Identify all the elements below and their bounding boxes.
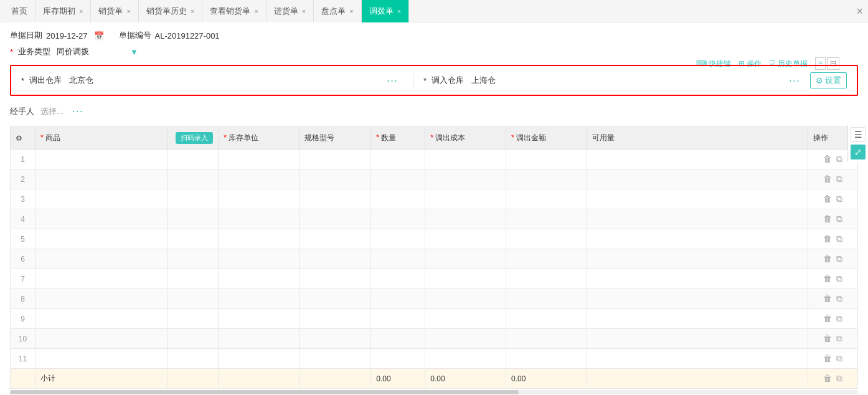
cost-cell-10[interactable]: [425, 329, 506, 349]
delete-icon-6[interactable]: 🗑: [823, 254, 832, 264]
tab-sales-order-close[interactable]: ×: [126, 7, 130, 15]
qty-cell-3[interactable]: [371, 189, 425, 209]
qty-cell-4[interactable]: [371, 209, 425, 229]
qty-cell-2[interactable]: [371, 169, 425, 189]
tab-transfer[interactable]: 调拨单 ×: [362, 0, 409, 22]
subtotal-delete-icon[interactable]: 🗑: [823, 373, 832, 383]
unit-cell-1[interactable]: [219, 150, 300, 169]
qty-cell-9[interactable]: [371, 309, 425, 329]
product-cell-7[interactable]: [35, 269, 168, 289]
unit-cell-2[interactable]: [219, 169, 300, 189]
tab-sales-history-close[interactable]: ×: [191, 7, 194, 15]
spec-cell-11[interactable]: [299, 349, 370, 369]
product-cell-3[interactable]: [35, 189, 168, 209]
unit-cell-7[interactable]: [219, 269, 300, 289]
unit-cell-3[interactable]: [219, 189, 300, 209]
copy-icon-5[interactable]: ⧉: [836, 234, 842, 244]
spec-cell-4[interactable]: [299, 209, 370, 229]
settings-button[interactable]: ⚙ 设置: [810, 72, 847, 88]
tab-home[interactable]: 首页: [5, 0, 35, 22]
person-value[interactable]: 选择...: [40, 106, 64, 117]
delete-icon-10[interactable]: 🗑: [823, 333, 832, 343]
tab-stocktake-close[interactable]: ×: [349, 7, 353, 15]
unit-cell-6[interactable]: [219, 249, 300, 269]
tab-purchase-close[interactable]: ×: [302, 7, 306, 15]
product-cell-8[interactable]: [35, 289, 168, 309]
delete-icon-1[interactable]: 🗑: [823, 154, 832, 164]
cost-cell-5[interactable]: [425, 229, 506, 249]
wh-out-value[interactable]: 北京仓: [69, 75, 93, 86]
delete-icon-2[interactable]: 🗑: [823, 174, 832, 184]
wh-out-more-btn[interactable]: ···: [382, 74, 403, 87]
amount-cell-8[interactable]: [506, 289, 587, 309]
spec-cell-1[interactable]: [299, 150, 370, 169]
cost-cell-9[interactable]: [425, 309, 506, 329]
amount-cell-6[interactable]: [506, 249, 587, 269]
copy-icon-4[interactable]: ⧉: [836, 214, 842, 224]
tab-purchase[interactable]: 进货单 ×: [267, 0, 314, 22]
cost-cell-2[interactable]: [425, 169, 506, 189]
product-cell-1[interactable]: [35, 150, 168, 169]
tab-sales-order[interactable]: 销货单 ×: [91, 0, 138, 22]
spec-cell-6[interactable]: [299, 249, 370, 269]
copy-icon-1[interactable]: ⧉: [836, 154, 842, 164]
cost-cell-11[interactable]: [425, 349, 506, 369]
unit-cell-8[interactable]: [219, 289, 300, 309]
person-more-btn[interactable]: ···: [72, 105, 83, 118]
tab-check-sales[interactable]: 查看销货单 ×: [202, 0, 266, 22]
spec-cell-10[interactable]: [299, 329, 370, 349]
product-cell-6[interactable]: [35, 249, 168, 269]
delete-icon-7[interactable]: 🗑: [823, 274, 832, 283]
tab-inventory-init-close[interactable]: ×: [79, 7, 83, 15]
spec-cell-7[interactable]: [299, 269, 370, 289]
gear-column-header[interactable]: ⚙: [11, 127, 35, 150]
cost-cell-6[interactable]: [425, 249, 506, 269]
cost-cell-7[interactable]: [425, 269, 506, 289]
product-cell-9[interactable]: [35, 309, 168, 329]
copy-icon-10[interactable]: ⧉: [836, 333, 842, 343]
amount-cell-7[interactable]: [506, 269, 587, 289]
amount-cell-3[interactable]: [506, 189, 587, 209]
scan-button[interactable]: 扫码录入: [176, 132, 213, 144]
amount-cell-11[interactable]: [506, 349, 587, 369]
delete-icon-11[interactable]: 🗑: [823, 353, 832, 363]
copy-icon-11[interactable]: ⧉: [836, 353, 842, 363]
tab-sales-history[interactable]: 销货单历史 ×: [139, 0, 202, 22]
unit-cell-11[interactable]: [219, 349, 300, 369]
spec-cell-5[interactable]: [299, 229, 370, 249]
wh-in-more-btn[interactable]: ···: [784, 74, 805, 87]
unit-cell-9[interactable]: [219, 309, 300, 329]
amount-cell-4[interactable]: [506, 209, 587, 229]
delete-icon-8[interactable]: 🗑: [823, 293, 832, 303]
delete-icon-4[interactable]: 🗑: [823, 214, 832, 224]
qty-cell-5[interactable]: [371, 229, 425, 249]
right-list-icon[interactable]: ☰: [851, 127, 866, 142]
copy-icon-7[interactable]: ⧉: [836, 274, 842, 283]
tab-stocktake[interactable]: 盘点单 ×: [314, 0, 361, 22]
product-cell-11[interactable]: [35, 349, 168, 369]
business-type-dropdown-icon[interactable]: ▼: [130, 47, 138, 57]
qty-cell-1[interactable]: [371, 150, 425, 169]
qty-cell-6[interactable]: [371, 249, 425, 269]
tab-check-sales-close[interactable]: ×: [254, 7, 258, 15]
product-cell-5[interactable]: [35, 229, 168, 249]
copy-icon-2[interactable]: ⧉: [836, 174, 842, 184]
unit-cell-5[interactable]: [219, 229, 300, 249]
qty-cell-8[interactable]: [371, 289, 425, 309]
unit-cell-4[interactable]: [219, 209, 300, 229]
cost-cell-8[interactable]: [425, 289, 506, 309]
amount-cell-1[interactable]: [506, 150, 587, 169]
copy-icon-3[interactable]: ⧉: [836, 194, 842, 204]
copy-icon-9[interactable]: ⧉: [836, 313, 842, 323]
qty-cell-7[interactable]: [371, 269, 425, 289]
unit-cell-10[interactable]: [219, 329, 300, 349]
spec-cell-3[interactable]: [299, 189, 370, 209]
amount-cell-5[interactable]: [506, 229, 587, 249]
product-cell-2[interactable]: [35, 169, 168, 189]
qty-cell-10[interactable]: [371, 329, 425, 349]
cost-cell-4[interactable]: [425, 209, 506, 229]
cost-cell-1[interactable]: [425, 150, 506, 169]
delete-icon-5[interactable]: 🗑: [823, 234, 832, 244]
spec-cell-8[interactable]: [299, 289, 370, 309]
copy-icon-8[interactable]: ⧉: [836, 293, 842, 303]
